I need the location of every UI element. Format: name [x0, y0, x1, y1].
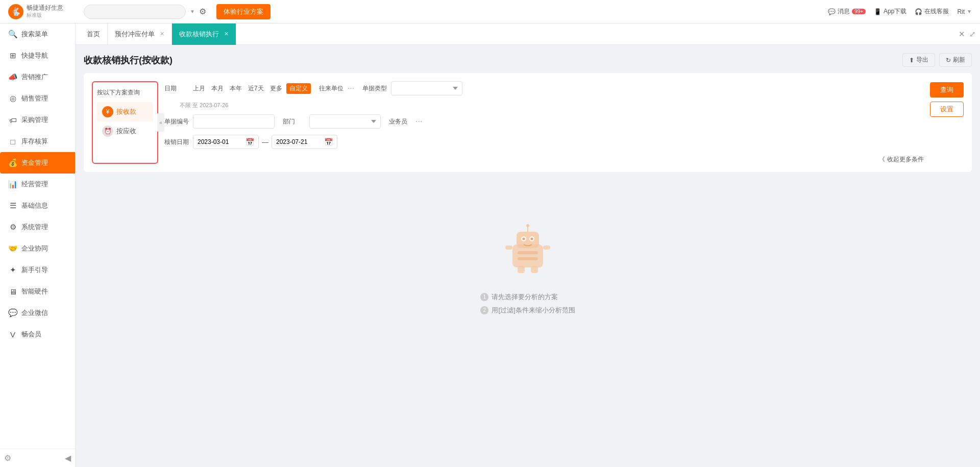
sidebar-label-hardware: 智能硬件 — [21, 287, 48, 296]
date-btn-this-year[interactable]: 本年 — [228, 83, 244, 94]
top-search-input[interactable] — [84, 5, 186, 19]
sidebar-item-sales[interactable]: ◎ 销售管理 — [0, 88, 75, 109]
sidebar-item-search-menu[interactable]: 🔍 搜索菜单 — [0, 23, 75, 45]
refresh-button[interactable]: ↻ 刷新 — [939, 53, 972, 67]
sidebar-collapse-button[interactable]: ◀ — [65, 453, 71, 463]
doc-no-input[interactable] — [193, 114, 275, 129]
panel-collapse-button[interactable]: « — [157, 113, 164, 132]
calendar-end-icon[interactable]: 📅 — [324, 138, 333, 146]
sidebar-item-ops[interactable]: 📊 经营管理 — [0, 174, 75, 195]
calendar-start-icon[interactable]: 📅 — [246, 138, 254, 146]
sidebar-item-inventory[interactable]: □ 库存核算 — [0, 131, 75, 152]
filter-option-by-receipt[interactable]: ¥ 按收款 — [97, 102, 153, 121]
sidebar-item-fund[interactable]: 💰 资金管理 — [0, 152, 75, 174]
sidebar-label-search-menu: 搜索菜单 — [21, 30, 48, 39]
export-button[interactable]: ⬆ 导出 — [902, 53, 935, 67]
writeoff-end-wrap: 📅 — [272, 135, 337, 149]
sidebar-item-guide[interactable]: ✦ 新手引导 — [0, 259, 75, 281]
doc-type-select[interactable] — [391, 81, 462, 95]
gear-button[interactable]: ⚙ — [199, 7, 206, 16]
staff-input[interactable]: ··· — [415, 117, 422, 126]
page-header: 收款核销执行(按收款) ⬆ 导出 ↻ 刷新 — [84, 53, 972, 67]
tab-expand-button[interactable]: ⤢ — [969, 30, 976, 39]
sidebar-item-wechat[interactable]: 💬 企业微信 — [0, 302, 75, 324]
writeoff-end-input[interactable] — [276, 138, 321, 145]
sidebar-item-system[interactable]: ⚙ 系统管理 — [0, 216, 75, 238]
tab-home[interactable]: 首页 — [80, 23, 108, 45]
message-action[interactable]: 💬 消息 99+ — [828, 7, 866, 16]
date-btn-7days[interactable]: 近7天 — [246, 83, 266, 94]
sidebar-label-enterprise: 企业协同 — [21, 244, 48, 253]
date-range-separator: — — [262, 138, 268, 146]
partner-input[interactable]: ··· — [348, 84, 354, 93]
enterprise-icon: 🤝 — [8, 244, 17, 253]
partner-field: 往来单位 ··· — [319, 84, 354, 93]
sidebar-item-basic[interactable]: ☰ 基础信息 — [0, 195, 75, 216]
tab-prepay-close-icon[interactable]: ✕ — [160, 31, 164, 37]
sidebar-item-marketing[interactable]: 📣 营销推广 — [0, 66, 75, 88]
empty-tips: 1 请先选择要分析的方案 2 用[过滤]条件来缩小分析范围 — [480, 290, 575, 317]
writeoff-date-field: 核销日期 📅 — 📅 — [164, 135, 337, 149]
phone-icon: 📱 — [874, 8, 881, 15]
filter-options-panel: 按以下方案查询 ¥ 按收款 ⏰ 按应收 « — [92, 81, 158, 164]
page-actions: ⬆ 导出 ↻ 刷新 — [902, 53, 972, 67]
chevron-down-icon: ▼ — [190, 9, 195, 14]
app-name: 畅捷通好生意 — [27, 4, 63, 11]
app-download-label: App下载 — [884, 7, 906, 16]
dept-select[interactable] — [309, 114, 381, 129]
filter-panel: 按以下方案查询 ¥ 按收款 ⏰ 按应收 « — [84, 73, 972, 172]
set-button[interactable]: 设置 — [930, 102, 964, 117]
sales-icon: ◎ — [8, 94, 17, 103]
page-content: 收款核销执行(按收款) ⬆ 导出 ↻ 刷新 按以下方案查询 ¥ 按收款 — [76, 45, 980, 467]
writeoff-start-input[interactable] — [198, 138, 242, 145]
logo-text-wrap: 畅捷通好生意 标准版 — [27, 4, 63, 18]
sidebar-label-member: 畅会员 — [21, 330, 41, 339]
tab-writeoff-close-icon[interactable]: ✕ — [224, 31, 229, 37]
sidebar-item-enterprise[interactable]: 🤝 企业协同 — [0, 238, 75, 259]
date-btn-custom[interactable]: 自定义 — [286, 83, 311, 94]
tip-num-2: 2 — [480, 306, 488, 314]
query-set-buttons: 查询 设置 — [930, 81, 964, 117]
headset-icon: 🎧 — [915, 8, 922, 15]
empty-tip-row-1: 1 请先选择要分析的方案 — [480, 290, 575, 304]
writeoff-date-label: 核销日期 — [164, 138, 189, 146]
message-badge: 99+ — [852, 9, 866, 14]
filter-option-by-receivable[interactable]: ⏰ 按应收 — [97, 121, 153, 141]
search-area: ▼ ⚙ — [84, 5, 216, 19]
system-icon: ⚙ — [8, 223, 17, 232]
solution-button[interactable]: 体验行业方案 — [216, 4, 271, 19]
staff-field: 业务员 ··· — [389, 117, 422, 126]
sidebar: 🔍 搜索菜单 ⊞ 快捷导航 📣 营销推广 ◎ 销售管理 🏷 采购管理 □ 库存核… — [0, 23, 76, 467]
page-title: 收款核销执行(按收款) — [84, 54, 173, 66]
marketing-icon: 📣 — [8, 72, 17, 82]
sidebar-item-member[interactable]: V 畅会员 — [0, 324, 75, 345]
tab-home-label: 首页 — [87, 30, 100, 39]
sidebar-label-sales: 销售管理 — [21, 94, 48, 103]
tab-close-all-button[interactable]: ✕ — [959, 30, 965, 39]
filter-row-writeoff: 核销日期 📅 — 📅 — [164, 135, 924, 149]
basic-icon: ☰ — [8, 201, 17, 210]
collapse-more-button[interactable]: 《 收起更多条件 — [879, 155, 924, 164]
sidebar-bottom: ⚙ ◀ — [0, 449, 75, 467]
grid-icon: ⊞ — [8, 51, 17, 60]
tab-writeoff[interactable]: 收款核销执行 ✕ — [172, 23, 236, 45]
wechat-icon: 💬 — [8, 308, 17, 317]
sidebar-item-purchase[interactable]: 🏷 采购管理 — [0, 109, 75, 131]
date-field: 日期 上月 本月 本年 近7天 更多 自定义 — [164, 83, 311, 94]
doc-no-field: 单据编号 — [164, 114, 275, 129]
filter-row-date: 日期 上月 本月 本年 近7天 更多 自定义 — [164, 81, 924, 95]
app-download-action[interactable]: 📱 App下载 — [874, 7, 906, 16]
date-btn-this-month[interactable]: 本月 — [209, 83, 226, 94]
query-button[interactable]: 查询 — [930, 82, 964, 97]
tab-prepay[interactable]: 预付冲应付单 ✕ — [108, 23, 172, 45]
date-btn-more[interactable]: 更多 — [268, 83, 284, 94]
date-btn-last-month[interactable]: 上月 — [191, 83, 207, 94]
sidebar-settings-button[interactable]: ⚙ — [4, 453, 11, 463]
app-logo: 🐇 畅捷通好生意 标准版 — [8, 4, 84, 19]
sidebar-item-hardware[interactable]: 🖥 智能硬件 — [0, 281, 75, 302]
online-service-action[interactable]: 🎧 在线客服 — [915, 7, 949, 16]
svg-rect-10 — [518, 251, 538, 254]
user-action[interactable]: Rit ▼ — [957, 8, 972, 15]
partner-label: 往来单位 — [319, 84, 344, 93]
sidebar-item-quick-nav[interactable]: ⊞ 快捷导航 — [0, 45, 75, 66]
